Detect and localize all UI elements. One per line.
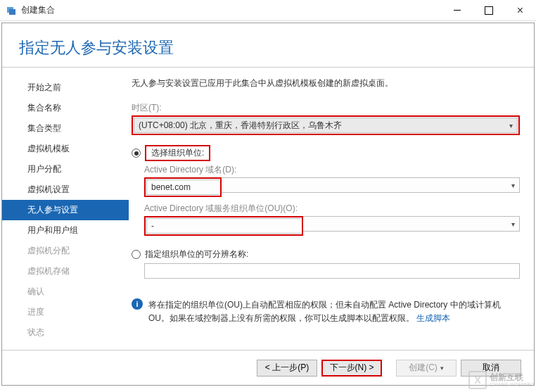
wizard-main: 无人参与安装设置已应用于此集合中从虚拟机模板创建的新虚拟桌面。 时区(T): (… [129,68,534,349]
radio-select-ou-label: 选择组织单位: [147,148,208,158]
window-title: 创建集合 [21,4,55,16]
sidebar-item-progress: 进度 [2,302,129,322]
create-button-label: 创建(C) [409,362,438,374]
sidebar-item-unattended[interactable]: 无人参与设置 [2,200,129,220]
ad-domain-label: Active Directory 域名(D): [144,164,520,176]
highlight-domain: benet.com [144,177,222,197]
sidebar-item-collection-name[interactable]: 集合名称 [2,98,129,118]
sidebar-item-confirm: 确认 [2,282,129,302]
radio-select-ou-row[interactable]: 选择组织单位: [132,145,520,161]
info-icon: i [132,298,143,310]
ad-ou-value: - [151,221,154,231]
highlight-ou: - [144,216,303,236]
watermark: X 创新互联 CXIANG INTERNET [468,371,535,389]
chevron-down-icon: ▾ [440,365,444,372]
watermark-logo-icon: X [468,371,487,389]
sidebar-item-collection-type[interactable]: 集合类型 [2,118,129,139]
page-description: 无人参与安装设置已应用于此集合中从虚拟机模板创建的新虚拟桌面。 [132,77,520,89]
ad-ou-dropdown[interactable]: - [146,218,301,234]
wizard-footer: < 上一步(P) 下一步(N) > 创建(C) ▾ 取消 [2,350,534,385]
create-button: 创建(C) ▾ [396,360,457,377]
highlight-select-ou-label: 选择组织单位: [145,145,210,161]
ad-domain-dropdown-rest[interactable]: ▾ [222,177,520,193]
sidebar-item-vm-allocation: 虚拟机分配 [2,241,129,261]
timezone-value: (UTC+08:00) 北京，重庆，香港特别行政区，乌鲁木齐 [139,120,342,132]
sidebar-item-vm-settings[interactable]: 虚拟机设置 [2,179,129,200]
sidebar-item-before-start[interactable]: 开始之前 [2,77,129,98]
close-button[interactable]: × [504,0,536,21]
radio-dn[interactable] [132,250,141,259]
titlebar: 创建集合 × [0,0,536,21]
sidebar-item-user-assignment[interactable]: 用户分配 [2,159,129,179]
app-icon [6,5,17,16]
highlight-timezone: (UTC+08:00) 北京，重庆，香港特别行政区，乌鲁木齐 ▾ [132,115,520,135]
sidebar-item-status: 状态 [2,322,129,343]
chevron-down-icon: ▾ [511,220,515,228]
svg-rect-1 [9,9,15,15]
wizard-header: 指定无人参与安装设置 [2,23,534,68]
dn-textbox[interactable] [144,263,520,279]
radio-dn-label: 指定组织单位的可分辨名称: [145,248,248,260]
next-button[interactable]: 下一步(N) > [321,360,382,377]
timezone-label: 时区(T): [132,102,520,114]
minimize-button[interactable] [441,0,473,21]
timezone-dropdown[interactable]: (UTC+08:00) 北京，重庆，香港特别行政区，乌鲁木齐 ▾ [134,118,518,133]
generate-script-link[interactable]: 生成脚本 [416,313,450,323]
sidebar-item-users-groups[interactable]: 用户和用户组 [2,220,129,241]
wizard-sidebar: 开始之前 集合名称 集合类型 虚拟机模板 用户分配 虚拟机设置 无人参与设置 用… [2,68,129,349]
info-row: i 将在指定的组织单位(OU)上自动配置相应的权限；但未自动配置 Active … [132,298,520,325]
watermark-text-2: CXIANG INTERNET [490,382,535,388]
ad-ou-label: Active Directory 域服务组织单位(OU)(O): [144,203,520,215]
chevron-down-icon: ▾ [509,122,513,129]
chevron-down-icon: ▾ [511,182,515,189]
info-text: 将在指定的组织单位(OU)上自动配置相应的权限；但未自动配置 Active Di… [148,298,520,325]
page-title: 指定无人参与安装设置 [19,37,517,58]
sidebar-item-vm-storage: 虚拟机存储 [2,261,129,282]
radio-dn-row[interactable]: 指定组织单位的可分辨名称: [132,248,520,260]
ad-domain-value: benet.com [151,182,191,192]
sidebar-item-vm-template[interactable]: 虚拟机模板 [2,139,129,159]
ad-ou-dropdown-rest[interactable]: ▾ [303,216,520,232]
wizard-frame: 指定无人参与安装设置 开始之前 集合名称 集合类型 虚拟机模板 用户分配 虚拟机… [1,23,535,386]
watermark-text-1: 创新互联 [490,373,535,382]
prev-button[interactable]: < 上一步(P) [257,360,317,377]
next-button-label: 下一步(N) > [330,362,374,374]
radio-select-ou[interactable] [132,148,141,158]
ad-domain-dropdown[interactable]: benet.com [146,179,219,195]
maximize-button[interactable] [473,0,504,21]
